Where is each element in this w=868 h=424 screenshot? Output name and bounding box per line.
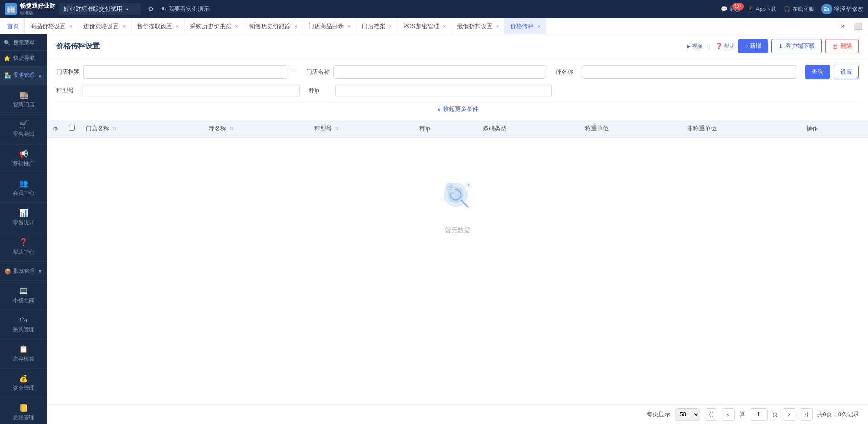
retail-mall-label: 零售商城 (13, 130, 34, 138)
user-info[interactable]: Ea 徐泽华修改 (821, 4, 863, 14)
sidebar-item-retail-mall[interactable]: 🛒 零售商城 (0, 115, 47, 144)
sidebar-item-retail-stats[interactable]: 📊 零售统计 (0, 203, 47, 232)
query-button[interactable]: 查询 (805, 65, 830, 79)
close-icon[interactable]: × (496, 24, 499, 29)
close-icon[interactable]: × (443, 24, 446, 29)
dots-icon[interactable]: ··· (291, 68, 297, 76)
sidebar-item-smart-store[interactable]: 🏬 智慧门店 (0, 85, 47, 115)
tab-pos-encrypt[interactable]: POS加密管理 × (398, 18, 452, 34)
messages-action[interactable]: 💬 消息 99+ (721, 5, 740, 13)
expand-window-btn[interactable]: ⬜ (852, 20, 864, 33)
action-separator: | (708, 43, 710, 50)
app-title-main: 畅捷通好业财 (20, 2, 55, 10)
tab-home[interactable]: 首页 (2, 18, 25, 34)
sidebar-item-ecommerce[interactable]: 💻 小畅电商 (0, 281, 47, 310)
tab-purchase-strategy[interactable]: 进价策略设置 × (78, 18, 131, 34)
store-name-input[interactable] (333, 65, 547, 79)
tab-product-price[interactable]: 商品价格设置 × (25, 18, 78, 34)
close-icon[interactable]: × (389, 24, 392, 29)
close-icon[interactable]: × (347, 24, 350, 29)
sidebar-item-general-ledger[interactable]: 📒 总账管理 (0, 398, 47, 424)
demo-link[interactable]: 👁 我要看实例演示 (161, 5, 210, 13)
tab-sale-history[interactable]: 销售历史价跟踪 × (244, 18, 303, 34)
pagination-bar: 每页显示 10 20 50 100 ⟨⟨ ‹ 算 页 › ⟩⟩ 共0页，0条记录 (47, 404, 868, 424)
close-window-btn[interactable]: × (836, 20, 849, 33)
tab-sale-history-label: 销售历史价跟踪 (249, 22, 291, 30)
select-all-checkbox[interactable] (69, 125, 75, 131)
settings-button[interactable]: 设置 (834, 65, 859, 79)
video-link[interactable]: ▶ 视频 (687, 43, 703, 50)
sidebar-quick-nav[interactable]: ⭐ 快捷导航 (0, 51, 47, 66)
purchase-label: 采购管理 (13, 326, 34, 333)
sidebar-item-wholesale[interactable]: 📦 批发管理 ▼ (0, 262, 47, 281)
gear-icon[interactable]: ⚙ (53, 125, 58, 132)
close-icon[interactable]: × (294, 24, 297, 29)
col-operation: 操作 (801, 120, 868, 138)
tab-store-catalog[interactable]: 门店商品目录 × (303, 18, 356, 34)
sort-icon[interactable]: ⇅ (112, 126, 117, 131)
app-title-sub: 标准版 (20, 10, 55, 16)
help-label: 帮助 (724, 43, 735, 50)
close-icon[interactable]: × (176, 24, 179, 29)
eye-icon: 👁 (161, 6, 166, 13)
nav-tabs-end: × ⬜ (836, 20, 866, 33)
scale-ip-input[interactable] (335, 84, 552, 97)
stats-icon: 📊 (19, 208, 28, 217)
sort-icon[interactable]: ⇅ (229, 126, 234, 131)
top-header: 🏢 畅捷通好业财 标准版 好业财标准版交付试用 ▾ ⚙ 👁 我要看实例演示 💬 … (0, 0, 868, 18)
sidebar-item-inventory[interactable]: 📋 库存核算 (0, 339, 47, 369)
version-dropdown[interactable]: 好业财标准版交付试用 ▾ (59, 3, 141, 15)
last-page-btn[interactable]: ⟩⟩ (800, 408, 813, 421)
logo-area: 🏢 畅捷通好业财 标准版 (5, 2, 55, 16)
scale-model-input[interactable] (83, 84, 300, 97)
sidebar-item-retail-mgmt[interactable]: 🏪 零售管理 ▲ (0, 66, 47, 85)
app-download-action[interactable]: 📱 App下载 (747, 5, 776, 13)
add-button[interactable]: + 新增 (738, 39, 768, 53)
online-service-action[interactable]: 🎧 在线客服 (784, 5, 814, 13)
scale-name-input[interactable] (582, 65, 796, 79)
col-non-weight-unit-label: 非称重单位 (687, 125, 717, 132)
sidebar-item-finance[interactable]: 💰 资金管理 (0, 369, 47, 398)
tab-price-scale[interactable]: 价格传秤 × (505, 18, 546, 34)
user-name: 徐泽华修改 (834, 5, 863, 13)
sidebar-item-help-center[interactable]: ❓ 帮助中心 (0, 232, 47, 262)
sidebar-item-marketing[interactable]: 📢 营销推广 (0, 144, 47, 173)
tab-min-discount[interactable]: 最低折扣设置 × (452, 18, 505, 34)
download-label: 客户端下载 (785, 42, 815, 50)
store-profile-input[interactable] (83, 65, 287, 79)
sidebar-search[interactable]: 🔍 搜索菜单 (0, 34, 47, 51)
close-icon[interactable]: × (235, 24, 238, 29)
store-name-label: 门店名称 (306, 68, 330, 76)
video-icon: ▶ (687, 43, 691, 49)
close-icon[interactable]: × (69, 24, 72, 29)
sort-icon[interactable]: ⇅ (335, 126, 339, 131)
table-col-settings[interactable]: ⚙ (47, 120, 63, 138)
table-col-checkbox[interactable] (63, 120, 80, 138)
tab-sale-extract[interactable]: 售价提取设置 × (132, 18, 185, 34)
collapse-filter-btn[interactable]: ∧ 收起更多条件 (56, 102, 859, 116)
help-link[interactable]: ❓ 帮助 (716, 43, 735, 50)
first-page-btn[interactable]: ⟨⟨ (705, 408, 717, 421)
page-number-input[interactable] (750, 408, 768, 421)
tab-purchase-history[interactable]: 采购历史价跟踪 × (185, 18, 244, 34)
filter-scale-model: 秤型号 (56, 84, 300, 97)
delete-button[interactable]: 🗑 删除 (825, 39, 859, 53)
content-area: 价格传秤设置 ▶ 视频 | ❓ 帮助 + 新增 ⬇ 客户端下载 🗑 (47, 34, 868, 424)
tab-sale-extract-label: 售价提取设置 (137, 22, 172, 30)
retail-mall-icon: 🛒 (19, 120, 28, 129)
settings-icon-btn[interactable]: ⚙ (144, 3, 157, 15)
next-page-btn[interactable]: › (783, 408, 795, 421)
scale-ip-label: 秤ip (309, 87, 332, 95)
tab-purchase-history-label: 采购历史价跟踪 (190, 22, 231, 30)
download-button[interactable]: ⬇ 客户端下载 (771, 39, 822, 53)
sidebar-item-member-center[interactable]: 👥 会员中心 (0, 173, 47, 203)
page-size-select[interactable]: 10 20 50 100 (675, 408, 700, 421)
close-icon[interactable]: × (537, 24, 540, 29)
sidebar-item-purchase[interactable]: 🛍 采购管理 (0, 310, 47, 339)
collapse-label: 收起更多条件 (443, 105, 478, 113)
close-icon[interactable]: × (122, 24, 125, 29)
col-store-name-label: 门店名称 (86, 125, 109, 132)
prev-page-btn[interactable]: ‹ (722, 408, 735, 421)
tab-store-profile[interactable]: 门店档案 × (356, 18, 398, 34)
col-operation-label: 操作 (806, 125, 818, 132)
